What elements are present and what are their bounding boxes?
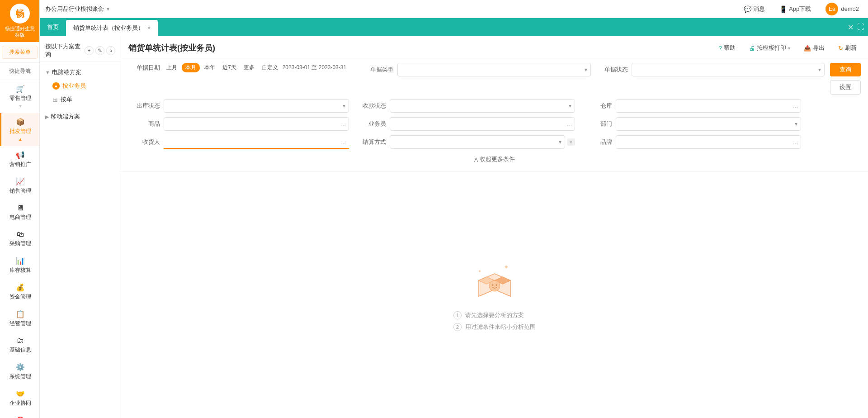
add-scheme-button[interactable]: + <box>85 46 94 55</box>
enterprise-icon: 🤝 <box>16 390 25 398</box>
help-icon: ? <box>719 45 722 52</box>
warehouse-dots-icon[interactable]: … <box>792 102 798 109</box>
active-dot-icon: ● <box>52 82 60 90</box>
tabs-controls: ✕ ⛶ <box>848 23 868 32</box>
purchase-icon: 🛍 <box>17 230 24 238</box>
doc-type-select[interactable] <box>397 63 590 76</box>
sidebar-item-marketing-label: 营销推广 <box>9 161 31 168</box>
receipt-status-select[interactable] <box>390 99 575 113</box>
sidebar-item-finance[interactable]: 💰 资金管理 <box>0 279 39 305</box>
refresh-button[interactable]: ↻ 刷新 <box>834 42 861 54</box>
warehouse-input[interactable] <box>616 99 801 113</box>
print-label: 按模板打印 <box>757 44 786 52</box>
main-area: 办公用品行业模拟账套 ▾ 💬 消息 📱 App下载 Ea demo2 首页 销货… <box>40 0 868 418</box>
goods-input[interactable] <box>164 117 349 131</box>
mobile-scheme-arrow: ▶ <box>45 114 49 120</box>
empty-hints: 1 请先选择要分析的方案 2 用过滤条件来缩小分析范围 <box>453 311 536 331</box>
tab-maximize-icon[interactable]: ⛶ <box>857 23 864 31</box>
app-download-button[interactable]: 📱 App下载 <box>776 3 815 15</box>
export-button[interactable]: 📤 导出 <box>800 42 829 54</box>
wholesale-icon: 📦 <box>16 118 25 126</box>
consignee-dots-icon[interactable]: … <box>340 138 346 146</box>
settlement-tag: × <box>567 138 575 146</box>
print-button[interactable]: 🖨 按模板打印 ▾ <box>745 42 794 54</box>
basic-icon: 🗂 <box>17 337 24 345</box>
sidebar-item-newbie[interactable]: 🎯 新手引导 <box>0 412 39 418</box>
svg-point-5 <box>492 284 494 285</box>
brand-dots-icon[interactable]: … <box>792 138 798 146</box>
sidebar-item-wholesale[interactable]: 📦 批发管理 ▲ <box>0 113 39 146</box>
left-panel-actions: + ✎ « <box>85 46 115 55</box>
sidebar-item-ecommerce[interactable]: 🖥 电商管理 <box>0 200 39 226</box>
date-btn-custom[interactable]: 自定义 <box>259 63 281 72</box>
doc-type-select-wrap: ▾ <box>397 63 590 76</box>
date-filter-group: 上月 本月 本年 近7天 更多 自定义 2023-03-01 至 2023-03… <box>164 63 357 72</box>
sidebar-item-enterprise[interactable]: 🤝 企业协同 <box>0 385 39 412</box>
sidebar-item-operation[interactable]: 📋 经营管理 <box>0 305 39 332</box>
settlement-label: 结算方式 <box>354 138 386 146</box>
logo-icon: 畅 <box>10 4 30 24</box>
scheme-item-salesperson[interactable]: ● 按业务员 <box>40 79 121 93</box>
scheme-item-order[interactable]: ⊞ 按单 <box>40 93 121 106</box>
department-label: 部门 <box>580 120 612 128</box>
sidebar-item-retail[interactable]: 🛒 零售管理 ▼ <box>0 80 39 113</box>
hint-1-num: 1 <box>453 311 462 319</box>
help-button[interactable]: ? 帮助 <box>715 42 740 54</box>
collapse-button[interactable]: ⋀ 收起更多条件 <box>128 152 861 167</box>
sidebar-item-inventory-label: 库存核算 <box>9 266 31 274</box>
avatar: Ea <box>826 3 838 15</box>
consignee-input[interactable] <box>164 135 349 149</box>
date-btn-7days[interactable]: 近7天 <box>220 63 239 72</box>
sidebar-item-system[interactable]: ⚙️ 系统管理 <box>0 358 39 385</box>
settlement-select[interactable] <box>390 135 565 149</box>
brand-input[interactable] <box>616 135 801 149</box>
date-btn-more[interactable]: 更多 <box>241 63 257 72</box>
edit-scheme-button[interactable]: ✎ <box>95 46 104 55</box>
left-panel-title: 按以下方案查询 <box>45 43 82 59</box>
sidebar-item-system-label: 系统管理 <box>9 373 31 380</box>
sidebar-item-marketing[interactable]: 📢 营销推广 <box>0 146 39 173</box>
tab-home[interactable]: 首页 <box>40 18 66 36</box>
tab-sales-stat[interactable]: 销货单统计表（按业务员） × <box>66 20 158 36</box>
date-btn-this-month[interactable]: 本月 <box>182 63 200 72</box>
department-select[interactable] <box>616 117 801 131</box>
tab-sales-stat-label: 销货单统计表（按业务员） <box>73 24 144 32</box>
date-btn-last-month[interactable]: 上月 <box>164 63 180 72</box>
desktop-scheme-header[interactable]: ▼ 电脑端方案 <box>40 66 121 79</box>
retail-icon: 🛒 <box>16 85 25 93</box>
settlement-tag-close[interactable]: × <box>570 139 572 145</box>
sidebar-item-sales-label: 销售管理 <box>9 187 31 195</box>
salesperson-input[interactable] <box>390 117 575 131</box>
page-header: 销货单统计表(按业务员) ? 帮助 🖨 按模板打印 ▾ 📤 导出 <box>121 36 868 58</box>
set-button[interactable]: 设置 <box>830 80 861 95</box>
empty-box-svg: ✦ ✦ <box>470 260 519 303</box>
message-button[interactable]: 💬 消息 <box>740 3 769 15</box>
user-name: demo2 <box>841 5 859 12</box>
logo-area[interactable]: 畅 畅捷通好生意 标版 <box>0 0 39 42</box>
svg-point-6 <box>496 284 497 285</box>
quick-nav-item[interactable]: 快捷导航 <box>0 65 39 78</box>
scheme-item-salesperson-label: 按业务员 <box>62 82 86 90</box>
sidebar-item-basic[interactable]: 🗂 基础信息 <box>0 332 39 358</box>
salesperson-dots-icon[interactable]: … <box>566 120 572 128</box>
sidebar-item-inventory[interactable]: 📊 库存核算 <box>0 252 39 279</box>
tab-close-window-icon[interactable]: ✕ <box>848 23 854 32</box>
out-status-select[interactable] <box>164 99 349 113</box>
goods-dots-icon[interactable]: … <box>340 120 346 128</box>
app-dropdown-icon: ▾ <box>107 6 109 12</box>
export-icon: 📤 <box>804 45 811 52</box>
mobile-scheme-header[interactable]: ▶ 移动端方案 <box>40 110 121 124</box>
sidebar-item-sales[interactable]: 📈 销售管理 <box>0 173 39 200</box>
doc-status-select[interactable] <box>632 63 825 76</box>
sidebar-item-purchase[interactable]: 🛍 采购管理 <box>0 226 39 252</box>
retail-arrow-icon: ▼ <box>18 104 23 109</box>
filter-row-4: 收货人 … 结算方式 ▾ <box>128 135 861 149</box>
date-btn-this-year[interactable]: 本年 <box>202 63 218 72</box>
collapse-panel-button[interactable]: « <box>106 46 115 55</box>
tab-close-icon[interactable]: × <box>147 25 151 31</box>
search-menu-button[interactable]: 搜索菜单 <box>2 46 38 59</box>
refresh-icon: ↻ <box>838 45 843 52</box>
user-menu[interactable]: Ea demo2 <box>822 1 863 17</box>
query-button[interactable]: 查询 <box>830 63 861 76</box>
app-selector[interactable]: 办公用品行业模拟账套 ▾ <box>45 5 109 13</box>
